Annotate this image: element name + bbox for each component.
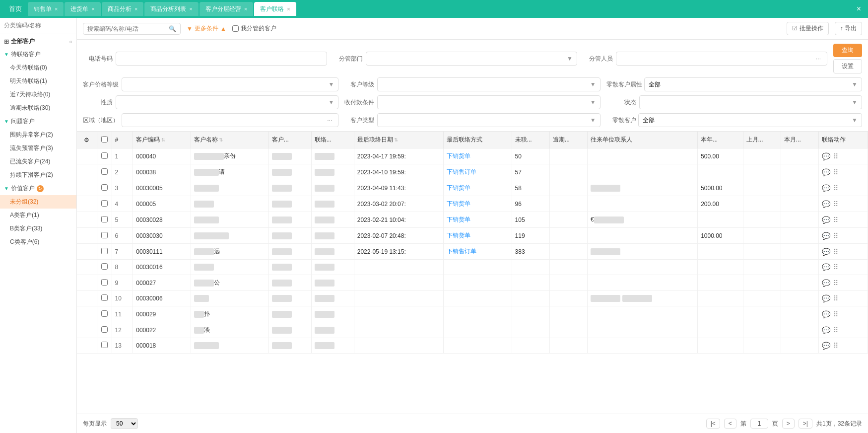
method-link[interactable]: 下销货单 [447, 232, 470, 239]
more-icon[interactable]: ⠿ [833, 342, 838, 350]
row-settings[interactable] [77, 212, 97, 228]
page-size-select[interactable]: 50 100 200 [111, 418, 138, 429]
zero-retail-dropdown[interactable]: 全部 ▼ [638, 113, 862, 127]
price-level-dropdown[interactable]: ▼ [122, 77, 338, 91]
chat-icon[interactable]: 💬 [822, 326, 830, 334]
chat-icon[interactable]: 💬 [822, 294, 830, 302]
my-customers-checkbox[interactable] [232, 25, 239, 32]
unit-contact-header[interactable]: 往来单位联系人 [588, 132, 698, 148]
row-checkbox[interactable] [101, 232, 108, 238]
this-month-header[interactable]: 本月... [781, 132, 818, 148]
row-checkbox[interactable] [101, 342, 108, 348]
more-icon[interactable]: ⠿ [833, 294, 838, 302]
row-last-method[interactable] [443, 306, 512, 322]
tab-close-product-list[interactable]: × [189, 6, 192, 12]
row-last-method[interactable]: 下销货单 [443, 212, 512, 228]
tab-sales-order[interactable]: 销售单 × [28, 2, 64, 16]
sidebar-item-overdue[interactable]: 逾期未联络(30) [0, 101, 76, 115]
phone-input[interactable] [116, 52, 327, 66]
query-btn[interactable]: 查询 [833, 44, 862, 57]
overdue-header[interactable]: 逾期... [549, 132, 587, 148]
chat-icon[interactable]: 💬 [822, 248, 830, 256]
tab-close-purchase[interactable]: × [91, 6, 94, 12]
export-btn[interactable]: ↑ 导出 [835, 22, 862, 35]
problem-group[interactable]: ▼ 问题客户 [0, 115, 76, 128]
more-icon[interactable]: ⠿ [833, 326, 838, 334]
row-last-method[interactable] [443, 275, 512, 291]
row-settings[interactable] [77, 291, 97, 306]
tab-close-customer-contact[interactable]: × [287, 6, 290, 12]
row-checkbox[interactable] [101, 168, 108, 175]
pending-group[interactable]: ▼ 待联络客户 [0, 48, 76, 61]
tab-customer-contact[interactable]: 客户联络 × [254, 2, 296, 16]
customer-type-dropdown[interactable]: ▼ [377, 113, 600, 127]
all-customers-section[interactable]: ⊞ 全部客户 « [0, 33, 76, 48]
payment-dropdown[interactable]: ▼ [377, 95, 600, 109]
window-close-icon[interactable]: × [854, 4, 864, 13]
status-dropdown[interactable]: ▼ [639, 95, 862, 109]
sidebar-item-7days[interactable]: 近7天待联络(0) [0, 88, 76, 101]
tab-close-product-analysis[interactable]: × [134, 6, 137, 12]
next-page-btn[interactable]: > [782, 419, 795, 429]
row-settings[interactable] [77, 244, 97, 260]
tab-product-analysis[interactable]: 商品分析 × [102, 2, 143, 16]
tab-customer-tier[interactable]: 客户分层经营 × [200, 2, 253, 16]
more-icon[interactable]: ⠿ [833, 200, 838, 208]
row-checkbox[interactable] [101, 200, 108, 207]
first-page-btn[interactable]: |< [706, 419, 720, 429]
row-last-method[interactable]: 下销货单 [443, 228, 512, 244]
last-month-header[interactable]: 上月... [743, 132, 781, 148]
region-dropdown[interactable]: ··· [122, 113, 338, 127]
sidebar-item-a-class[interactable]: A类客户(1) [0, 209, 76, 222]
row-checkbox[interactable] [101, 152, 108, 159]
more-icon[interactable]: ⠿ [833, 152, 838, 160]
filter-search-input[interactable] [87, 25, 167, 32]
score-group[interactable]: ▼ 价值客户 ↻ [0, 182, 76, 195]
chat-icon[interactable]: 💬 [822, 342, 830, 350]
chat-icon[interactable]: 💬 [822, 263, 830, 271]
row-checkbox[interactable] [101, 310, 108, 317]
customer-level-dropdown[interactable]: ▼ [377, 77, 600, 91]
no-contact-header[interactable]: 未联... [512, 132, 549, 148]
type-header[interactable]: 客户... [268, 132, 311, 148]
row-settings[interactable] [77, 322, 97, 338]
chat-icon[interactable]: 💬 [822, 184, 830, 192]
row-checkbox[interactable] [101, 248, 108, 254]
reset-btn[interactable]: 设置 [833, 59, 862, 73]
tab-product-list[interactable]: 商品分析列表 × [144, 2, 198, 16]
more-icon[interactable]: ⠿ [833, 168, 838, 176]
sidebar-item-declining[interactable]: 持续下滑客户(2) [0, 168, 76, 182]
more-icon[interactable]: ⠿ [833, 310, 838, 318]
batch-operations-btn[interactable]: ☑ 批量操作 [787, 22, 828, 35]
tab-home[interactable]: 首页 [4, 4, 27, 13]
last-page-btn[interactable]: >| [799, 419, 812, 429]
zero-retail-attr-dropdown[interactable]: 全部 ▼ [644, 77, 862, 91]
row-last-method[interactable]: 下销售订单 [443, 244, 512, 260]
last-method-header[interactable]: 最后联络方式 [443, 132, 512, 148]
method-link[interactable]: 下销售订单 [447, 168, 476, 175]
chat-icon[interactable]: 💬 [822, 216, 830, 224]
row-settings[interactable] [77, 148, 97, 164]
method-link[interactable]: 下销售订单 [447, 248, 476, 255]
row-checkbox[interactable] [101, 184, 108, 191]
sidebar-item-ungroup[interactable]: 未分组(32) [0, 195, 76, 209]
dept-dropdown[interactable]: ▼ [366, 52, 577, 66]
sidebar-item-abnormal[interactable]: 囤购异常客户(2) [0, 128, 76, 142]
more-icon[interactable]: ⠿ [833, 232, 838, 240]
more-icon[interactable]: ⠿ [833, 279, 838, 287]
chat-icon[interactable]: 💬 [822, 310, 830, 318]
row-settings[interactable] [77, 275, 97, 291]
prev-page-btn[interactable]: < [724, 419, 736, 429]
sidebar-item-tomorrow[interactable]: 明天待联络(1) [0, 74, 76, 88]
more-conditions-btn[interactable]: ▼ 更多条件 ▲ [187, 24, 226, 33]
row-last-method[interactable]: 下销货单 [443, 196, 512, 212]
manager-dots-icon[interactable]: ··· [814, 55, 823, 62]
row-checkbox[interactable] [101, 326, 108, 333]
more-icon[interactable]: ⠿ [833, 216, 838, 224]
manager-dropdown[interactable]: ··· [616, 52, 827, 66]
method-link[interactable]: 下销货单 [447, 200, 470, 207]
tab-close-sales[interactable]: × [55, 6, 58, 12]
row-last-method[interactable] [443, 260, 512, 275]
row-last-method[interactable] [443, 322, 512, 338]
select-all-header[interactable] [97, 132, 112, 148]
